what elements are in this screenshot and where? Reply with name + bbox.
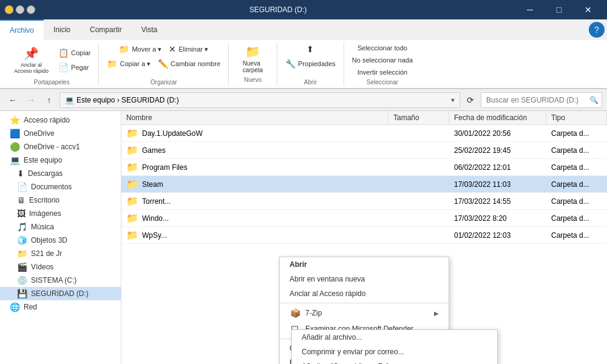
tab-compartir[interactable]: Compartir xyxy=(80,19,132,40)
rename-button[interactable]: ✏️ Cambiar nombre xyxy=(155,57,223,70)
table-row[interactable]: 📁 Torrent... 17/03/2022 14:55 Carpeta d.… xyxy=(121,193,607,210)
file-type: Carpeta d... xyxy=(546,229,607,242)
table-row[interactable]: 📁 Games 25/02/2022 19:45 Carpeta d... xyxy=(121,142,607,159)
file-size xyxy=(388,182,449,187)
file-name-cell: 📁 WpSy... xyxy=(121,227,388,243)
onedrive-icon: 🟦 xyxy=(10,129,20,138)
rename-icon: ✏️ xyxy=(158,59,168,69)
sidebar-item-acceso-rapido[interactable]: ⭐ Acceso rápido xyxy=(0,113,121,127)
desktop-icon: 🖥 xyxy=(17,195,25,205)
file-name: Program Files xyxy=(142,163,188,172)
sidebar-item-musica[interactable]: 🎵 Música xyxy=(0,220,121,234)
copy-button[interactable]: 📋 Copiar xyxy=(55,46,93,59)
file-date: 17/03/2022 14:55 xyxy=(449,195,546,208)
title-bar-icons xyxy=(5,5,35,14)
submenu-7zip: Añadir al archivo... Comprimir y enviar … xyxy=(291,329,498,364)
sidebar-item-imagenes[interactable]: 🖼 Imágenes xyxy=(0,207,121,220)
ctx-abrir[interactable]: Abrir xyxy=(280,257,449,272)
delete-button[interactable]: ✕ Eliminar ▾ xyxy=(166,42,211,56)
sidebar-item-documentos[interactable]: 📄 Documentos xyxy=(0,180,121,194)
maximize-button[interactable]: □ xyxy=(545,1,573,19)
search-input[interactable] xyxy=(481,92,602,108)
address-path[interactable]: 💻 Este equipo › SEGURIDAD (D:) ▾ xyxy=(59,92,460,108)
move-button[interactable]: 📁 Mover a ▾ xyxy=(116,42,164,56)
paste-button[interactable]: 📄 Pegar xyxy=(55,61,93,74)
file-date: 06/02/2022 12:01 xyxy=(449,161,546,174)
ctx-abrir-label: Abrir xyxy=(290,260,307,269)
sidebar-item-red[interactable]: 🌐 Red xyxy=(0,300,121,314)
new-folder-button[interactable]: 📁 Nuevacarpeta xyxy=(239,42,267,75)
title-icon-2 xyxy=(16,5,24,14)
pin-button[interactable]: 📌 Anclar alAcceso rápido xyxy=(10,44,53,76)
col-header-size[interactable]: Tamaño xyxy=(388,111,449,124)
path-text: Este equipo › SEGURIDAD (D:) xyxy=(76,96,179,104)
s21-icon: 📁 xyxy=(17,249,27,258)
sidebar-item-objetos3d[interactable]: 🧊 Objetos 3D xyxy=(0,234,121,247)
ctx-7zip[interactable]: 📦 7-Zip ▶ xyxy=(280,305,449,321)
file-type: Carpeta d... xyxy=(546,195,607,208)
tab-arquivo[interactable]: Archivo xyxy=(0,19,44,40)
folder-icon: 📁 xyxy=(126,178,138,190)
title-icon-1 xyxy=(5,5,13,14)
minimize-button[interactable]: ─ xyxy=(516,1,544,19)
file-size xyxy=(388,165,449,170)
copy-to-button[interactable]: 📁 Copiar a ▾ xyxy=(104,57,154,70)
table-row[interactable]: 📁 Program Files 06/02/2022 12:01 Carpeta… xyxy=(121,159,607,176)
sidebar-item-seguridad-d[interactable]: 💾 SEGURIDAD (D:) xyxy=(0,287,121,300)
ribbon-group-select: Seleccionar todo No seleccionar nada Inv… xyxy=(344,42,421,86)
select-all-button[interactable]: Seleccionar todo xyxy=(354,42,410,53)
col-header-type[interactable]: Tipo xyxy=(546,111,607,124)
file-size xyxy=(388,199,449,204)
sidebar-item-escritorio[interactable]: 🖥 Escritorio xyxy=(0,194,121,207)
table-row[interactable]: 📁 Windo... 17/03/2022 8:20 Carpeta d... xyxy=(121,210,607,227)
sidebar-item-este-equipo[interactable]: 💻 Este equipo xyxy=(0,153,121,167)
title-bar-title: SEGURIDAD (D:) xyxy=(40,5,516,14)
select-none-button[interactable]: No seleccionar nada xyxy=(349,55,416,66)
col-header-name[interactable]: Nombre xyxy=(121,111,388,124)
ctx-abrir-ventana[interactable]: Abrir en ventana nueva xyxy=(280,272,449,286)
file-name-cell: 📁 Steam xyxy=(121,176,388,192)
file-name-cell: 📁 Torrent... xyxy=(121,193,388,209)
sidebar-label-imagenes: Imágenes xyxy=(29,209,61,218)
new-folder-label: Nuevacarpeta xyxy=(243,60,263,73)
up-button[interactable]: ↑ xyxy=(41,92,57,108)
file-type: Carpeta d... xyxy=(546,144,607,157)
invert-selection-button[interactable]: Invertir selección xyxy=(354,67,411,78)
copy-label: Copiar xyxy=(71,49,90,56)
submenu-add-archive[interactable]: Añadir al archivo... xyxy=(292,330,497,345)
ribbon: Archivo Inicio Compartir Vista ? 📌 Ancla… xyxy=(0,19,607,89)
back-button[interactable]: ← xyxy=(5,92,21,108)
sidebar-item-onedrive[interactable]: 🟦 OneDrive xyxy=(0,127,121,140)
open-button[interactable]: ⬆ xyxy=(304,42,317,56)
properties-button[interactable]: 🔧 Propiedades xyxy=(282,57,339,70)
title-icon-3 xyxy=(27,5,35,14)
file-size xyxy=(388,131,449,136)
help-button[interactable]: ? xyxy=(589,22,605,38)
main-area: ⭐ Acceso rápido 🟦 OneDrive 🟢 OneDrive - … xyxy=(0,111,607,364)
close-button[interactable]: ✕ xyxy=(574,1,602,19)
sidebar-label-onedrive: OneDrive xyxy=(24,129,55,138)
tab-inicio[interactable]: Inicio xyxy=(44,19,80,40)
ctx-anclar-acceso[interactable]: Anclar al Acceso rápido xyxy=(280,286,449,301)
computer-icon: 💻 xyxy=(65,96,74,104)
submenu-add-7z[interactable]: Añadir a "SteamLibrary.7z" xyxy=(292,359,497,364)
refresh-button[interactable]: ⟳ xyxy=(463,92,478,108)
col-header-date[interactable]: Fecha de modificación xyxy=(449,111,546,124)
ribbon-group-clipboard: 📌 Anclar alAcceso rápido 📋 Copiar 📄 Pega… xyxy=(5,42,99,86)
forward-button[interactable]: → xyxy=(23,92,39,108)
table-row[interactable]: 📁 Day.1.UpdateGoW 30/01/2022 20:56 Carpe… xyxy=(121,125,607,142)
table-row[interactable]: 📁 Steam 17/03/2022 11:03 Carpeta d... xyxy=(121,176,607,193)
music-icon: 🎵 xyxy=(17,222,27,232)
tab-vista[interactable]: Vista xyxy=(132,19,167,40)
table-row[interactable]: 📁 WpSy... 01/02/2022 12:03 Carpeta d... xyxy=(121,227,607,244)
submenu-compress-send[interactable]: Comprimir y enviar por correo... xyxy=(292,345,497,359)
sidebar-item-descargas[interactable]: ⬇ Descargas xyxy=(0,167,121,180)
sidebar: ⭐ Acceso rápido 🟦 OneDrive 🟢 OneDrive - … xyxy=(0,111,121,364)
sidebar-item-videos[interactable]: 🎬 Vídeos xyxy=(0,260,121,274)
sidebar-item-sistema-c[interactable]: 💿 SISTEMA (C:) xyxy=(0,274,121,287)
sidebar-item-onedrive-accv1[interactable]: 🟢 OneDrive - accv1 xyxy=(0,140,121,153)
file-name-cell: 📁 Day.1.UpdateGoW xyxy=(121,125,388,141)
file-date: 17/03/2022 8:20 xyxy=(449,212,546,225)
sidebar-item-s21[interactable]: 📁 S21 de Jr xyxy=(0,247,121,260)
folder-icon: 📁 xyxy=(126,212,138,224)
